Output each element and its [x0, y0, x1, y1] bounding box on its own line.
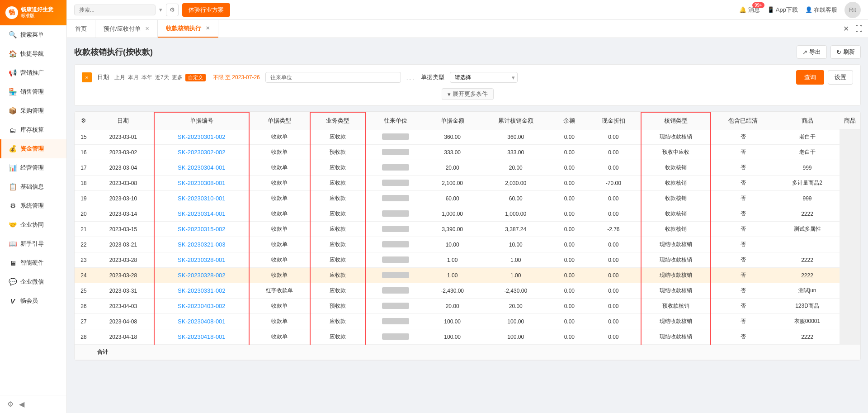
row-goods-img — [840, 176, 860, 191]
maximize-icon[interactable]: ⛶ — [854, 23, 864, 35]
order-no-link[interactable]: SK-20230302-002 — [178, 149, 226, 156]
online-service-btn[interactable]: 👤 在线客服 — [805, 6, 837, 14]
page-title: 收款核销执行(按收款) — [74, 47, 153, 57]
tab-close-icon[interactable]: ✕ — [145, 26, 149, 32]
order-no-link[interactable]: SK-20230321-003 — [178, 241, 226, 248]
type-select[interactable]: 请选择 — [450, 72, 518, 83]
sidebar-item-finance[interactable]: 💰 资金管理 — [0, 139, 66, 158]
row-amount: 10.00 — [425, 237, 479, 252]
message-btn[interactable]: 🔔 消息 99+ — [739, 6, 760, 14]
row-order-no[interactable]: SK-20230301-002 — [154, 129, 249, 145]
order-no-link[interactable]: SK-20230331-002 — [178, 287, 226, 294]
refresh-button[interactable]: ↻ 刷新 — [830, 45, 861, 59]
more-filters-dots[interactable]: ... — [406, 74, 415, 81]
order-no-link[interactable]: SK-20230328-002 — [178, 272, 226, 279]
row-order-no[interactable]: SK-20230418-001 — [154, 329, 249, 345]
date-this-month[interactable]: 本月 — [128, 74, 139, 81]
order-no-link[interactable]: SK-20230308-001 — [178, 180, 226, 186]
row-no: 20 — [75, 206, 93, 222]
row-goods-img — [840, 206, 860, 222]
row-order-no[interactable]: SK-20230403-002 — [154, 299, 249, 314]
table-scroll-area[interactable]: ⚙ 日期 单据编号 单据类型 业务类型 往来单位 单据金额 累计核销金额 余额 … — [75, 112, 860, 360]
search-input[interactable] — [74, 5, 156, 15]
order-no-link[interactable]: SK-20230403-002 — [178, 303, 226, 309]
order-no-link[interactable]: SK-20230310-001 — [178, 195, 226, 202]
sidebar-item-sales[interactable]: 🏪 销售管理 — [0, 82, 66, 101]
sidebar-item-inventory[interactable]: 🗂 库存核算 — [0, 120, 66, 139]
setting-button[interactable]: 设置 — [828, 70, 853, 85]
sidebar-item-operation[interactable]: 📊 经营管理 — [0, 158, 66, 177]
row-order-no[interactable]: SK-20230408-001 — [154, 314, 249, 329]
order-no-link[interactable]: SK-20230301-002 — [178, 133, 226, 140]
app-download-btn[interactable]: 📱 App下载 — [767, 6, 798, 14]
row-discount: 0.00 — [586, 299, 641, 314]
sidebar-item-guide[interactable]: 📖 新手引导 — [0, 234, 66, 253]
sidebar-item-search[interactable]: 🔍 搜索菜单 — [0, 25, 66, 44]
row-order-no[interactable]: SK-20230308-001 — [154, 176, 249, 191]
sidebar-item-member[interactable]: V 畅会员 — [0, 291, 66, 310]
avatar[interactable]: Rit — [844, 2, 861, 18]
table-row: 242023-03-28SK-20230328-002收款单应收款 1.001.… — [75, 268, 860, 283]
row-order-no[interactable]: SK-20230321-003 — [154, 237, 249, 252]
sidebar-item-hardware[interactable]: 🖥 智能硬件 — [0, 253, 66, 272]
sidebar-item-wechat[interactable]: 💬 企业微信 — [0, 272, 66, 291]
row-order-no[interactable]: SK-20230310-001 — [154, 191, 249, 206]
row-include-settled: 否 — [711, 129, 775, 145]
settings-btn[interactable]: ⚙ — [166, 4, 179, 16]
row-order-no[interactable]: SK-20230304-001 — [154, 160, 249, 176]
sidebar-item-shortcut[interactable]: 🏠 快捷导航 — [0, 44, 66, 63]
system-icon: ⚙ — [9, 202, 17, 210]
order-no-link[interactable]: SK-20230418-001 — [178, 333, 226, 340]
order-no-link[interactable]: SK-20230408-001 — [178, 318, 226, 325]
row-order-type: 收款单 — [249, 145, 310, 160]
row-partner — [365, 314, 425, 329]
sidebar-bottom: ⚙ ◀ — [0, 395, 66, 413]
close-window-icon[interactable]: ✕ — [841, 23, 851, 35]
chevron-down-icon: ▾ — [448, 91, 451, 98]
order-no-link[interactable]: SK-20230304-001 — [178, 164, 226, 171]
row-biz-type: 应收款 — [310, 283, 365, 299]
col-gear-header[interactable]: ⚙ — [75, 112, 93, 129]
row-order-no[interactable]: SK-20230328-001 — [154, 252, 249, 268]
row-amount: 20.00 — [425, 160, 479, 176]
sidebar-item-system[interactable]: ⚙ 系统管理 — [0, 196, 66, 215]
sidebar-item-enterprise[interactable]: 🤝 企业协同 — [0, 215, 66, 234]
tab-close-active-icon[interactable]: ✕ — [206, 25, 210, 31]
row-goods: 老白干 — [775, 145, 840, 160]
dropdown-arrow-icon[interactable]: ▾ — [159, 6, 162, 13]
sidebar-item-purchase[interactable]: 📦 采购管理 — [0, 101, 66, 120]
row-partner — [365, 299, 425, 314]
date-7days[interactable]: 近7天 — [155, 74, 169, 81]
export-button[interactable]: ↗ 导出 — [797, 45, 827, 59]
filter-expand-button[interactable]: » — [82, 72, 92, 82]
settings-icon[interactable]: ⚙ — [7, 400, 14, 408]
date-custom-button[interactable]: 自定义 — [185, 74, 206, 81]
row-order-no[interactable]: SK-20230328-002 — [154, 268, 249, 283]
sidebar-item-base[interactable]: 📋 基础信息 — [0, 177, 66, 196]
row-order-type: 红字收款单 — [249, 283, 310, 299]
row-goods-img — [840, 252, 860, 268]
row-balance: 0.00 — [552, 160, 586, 176]
order-no-link[interactable]: SK-20230314-001 — [178, 210, 226, 217]
date-last-month[interactable]: 上月 — [114, 74, 125, 81]
industry-solution-button[interactable]: 体验行业方案 — [182, 3, 230, 17]
tab-writeoff[interactable]: 收款核销执行 ✕ — [158, 20, 218, 38]
row-writeoff-amount: 3,387.24 — [479, 222, 552, 237]
row-order-no[interactable]: SK-20230302-002 — [154, 145, 249, 160]
date-more[interactable]: 更多 — [172, 74, 183, 81]
row-biz-type: 应收款 — [310, 206, 365, 222]
tab-home[interactable]: 首页 — [67, 20, 95, 38]
order-no-link[interactable]: SK-20230315-002 — [178, 226, 226, 233]
expand-more-button[interactable]: ▾ 展开更多条件 — [442, 88, 494, 100]
row-include-settled: 否 — [711, 283, 775, 299]
row-order-no[interactable]: SK-20230331-002 — [154, 283, 249, 299]
date-this-year[interactable]: 本年 — [142, 74, 152, 81]
query-button[interactable]: 查询 — [796, 70, 824, 85]
row-order-no[interactable]: SK-20230314-001 — [154, 206, 249, 222]
row-order-no[interactable]: SK-20230315-002 — [154, 222, 249, 237]
collapse-icon[interactable]: ◀ — [19, 400, 24, 408]
partner-input[interactable] — [265, 72, 401, 83]
order-no-link[interactable]: SK-20230328-001 — [178, 256, 226, 263]
sidebar-item-marketing[interactable]: 📢 营销推广 — [0, 63, 66, 82]
tab-receivable[interactable]: 预付/应收付单 ✕ — [95, 20, 158, 38]
